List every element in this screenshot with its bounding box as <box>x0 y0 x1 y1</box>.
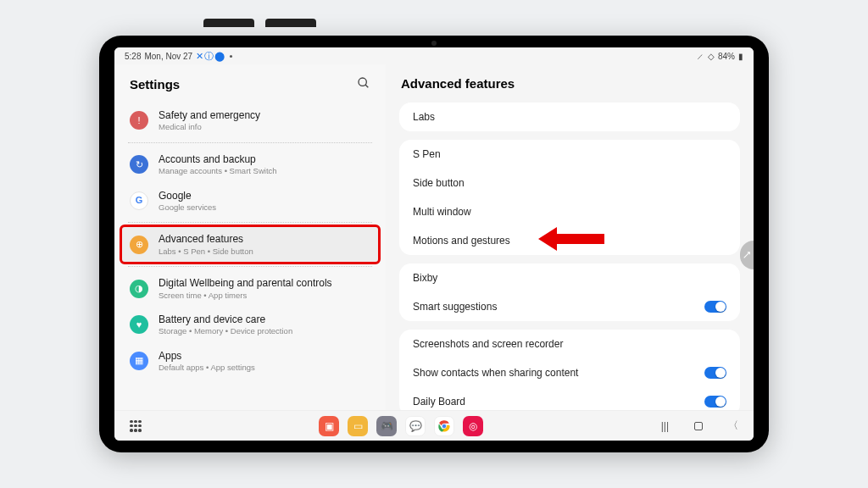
screen: 5:28 Mon, Nov 27 ✕ ⓘ ⬤ ⟋ ◇ 84% ▮ Setting… <box>114 47 754 441</box>
settings-heading: Settings <box>130 77 180 92</box>
front-camera <box>431 41 437 46</box>
detail-item-spen[interactable]: S Pen <box>399 140 740 169</box>
sidebar-item-safety[interactable]: ! Safety and emergency Medical info <box>121 103 379 139</box>
svg-point-0 <box>359 78 366 86</box>
toggle-smart-suggestions[interactable] <box>704 301 726 313</box>
status-bar: 5:28 Mon, Nov 27 ✕ ⓘ ⬤ ⟋ ◇ 84% ▮ <box>114 47 754 64</box>
detail-item-motions-gestures[interactable]: Motions and gestures <box>399 226 740 255</box>
wifi-icon: ◇ <box>708 52 715 61</box>
nav-home-button[interactable] <box>694 422 703 430</box>
toggle-show-contacts[interactable] <box>704 367 726 379</box>
apps-icon: ▦ <box>130 352 148 370</box>
detail-item-bixby[interactable]: Bixby <box>399 263 740 292</box>
sidebar-item-wellbeing[interactable]: ◑ Digital Wellbeing and parental control… <box>121 270 379 307</box>
apps-drawer-button[interactable] <box>130 420 142 432</box>
detail-panel: Advanced features Labs S Pen Side button… <box>386 64 754 410</box>
detail-item-screenshots[interactable]: Screenshots and screen recorder <box>399 330 740 358</box>
detail-item-multi-window[interactable]: Multi window <box>399 197 740 226</box>
detail-item-show-contacts[interactable]: Show contacts when sharing content <box>399 358 740 387</box>
search-icon[interactable] <box>357 76 370 92</box>
nav-back-button[interactable]: 〈 <box>728 419 738 433</box>
tablet-frame: 5:28 Mon, Nov 27 ✕ ⓘ ⬤ ⟋ ◇ 84% ▮ Setting… <box>99 36 769 452</box>
detail-group-2: Bixby Smart suggestions <box>399 263 740 321</box>
advanced-icon: ⊕ <box>130 236 148 254</box>
safety-icon: ! <box>130 111 148 130</box>
wellbeing-icon: ◑ <box>130 280 148 298</box>
battery-icon: ▮ <box>738 52 743 61</box>
google-icon: G <box>130 191 148 210</box>
app-icon-chrome[interactable] <box>434 416 454 436</box>
sidebar-item-advanced-features[interactable]: ⊕ Advanced features Labs • S Pen • Side … <box>121 226 379 263</box>
detail-item-labs[interactable]: Labs <box>399 103 740 131</box>
divider <box>128 266 372 267</box>
sidebar-item-google[interactable]: G Google Google services <box>121 183 379 219</box>
detail-group-1: S Pen Side button Multi window Motions a… <box>399 140 740 255</box>
app-icon-camera[interactable]: ◎ <box>463 416 483 436</box>
divider <box>128 222 372 223</box>
status-date: Mon, Nov 27 <box>144 52 192 61</box>
status-indicator-icons: ✕ ⓘ ⬤ <box>196 50 224 63</box>
toggle-daily-board[interactable] <box>704 396 726 408</box>
edge-panel-handle[interactable] <box>740 241 754 269</box>
detail-item-smart-suggestions[interactable]: Smart suggestions <box>399 292 740 321</box>
detail-group-3: Screenshots and screen recorder Show con… <box>399 330 740 410</box>
detail-heading: Advanced features <box>399 73 740 103</box>
battery-care-icon: ♥ <box>130 315 148 334</box>
app-icon-messages[interactable]: 💬 <box>405 416 426 436</box>
sidebar-item-accounts[interactable]: ↻ Accounts and backup Manage accounts • … <box>121 147 379 183</box>
detail-item-side-button[interactable]: Side button <box>399 169 740 197</box>
taskbar: ▣ ▭ 🎮 💬 ◎ ||| 〈 <box>114 410 754 441</box>
app-icon-game[interactable]: 🎮 <box>376 416 397 436</box>
detail-group-0: Labs <box>399 103 740 131</box>
battery-percent: 84% <box>718 52 735 61</box>
accounts-icon: ↻ <box>130 155 148 174</box>
app-icon-files[interactable]: ▭ <box>348 416 368 436</box>
sidebar-item-battery[interactable]: ♥ Battery and device care Storage • Memo… <box>121 307 379 343</box>
divider <box>128 142 372 143</box>
svg-line-1 <box>365 85 368 87</box>
detail-item-daily-board[interactable]: Daily Board <box>399 387 740 410</box>
sidebar-item-apps[interactable]: ▦ Apps Default apps • App settings <box>121 343 379 380</box>
nav-recents-button[interactable]: ||| <box>661 420 669 432</box>
settings-sidebar: Settings ! Safety and emergency Medical … <box>114 64 386 410</box>
app-icon-notes[interactable]: ▣ <box>319 416 339 436</box>
status-time: 5:28 <box>125 52 141 61</box>
no-signal-icon: ⟋ <box>696 52 704 61</box>
